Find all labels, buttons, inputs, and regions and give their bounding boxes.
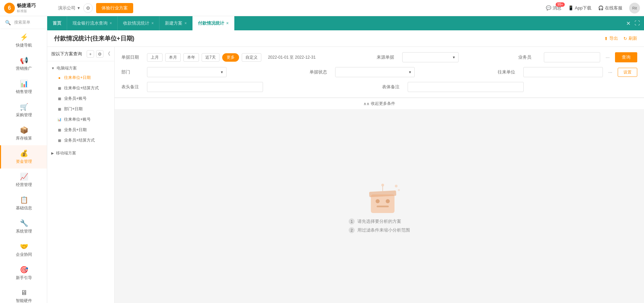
scheme-add-btn[interactable]: + bbox=[87, 50, 94, 58]
empty-hint-2: 2 用过滤条件来缩小分析范围 bbox=[349, 227, 410, 233]
sidebar-item-quick-nav[interactable]: ⚡ 快捷导航 bbox=[0, 29, 47, 52]
message-icon: 💬 bbox=[546, 5, 551, 10]
hint-2-num: 2 bbox=[349, 227, 355, 233]
refresh-button[interactable]: ↻ 刷新 bbox=[623, 35, 637, 41]
svg-point-6 bbox=[398, 189, 400, 191]
tab-payment-stats[interactable]: 付款情况统计 × bbox=[193, 16, 234, 30]
marketing-icon: 📢 bbox=[20, 56, 28, 64]
desktop-group-label: 电脑端方案 bbox=[57, 65, 77, 71]
date-btn-this-year[interactable]: 本年 bbox=[183, 53, 199, 62]
tab-payment-stats-close[interactable]: × bbox=[226, 21, 229, 26]
online-service-item[interactable]: 🎧 在线客服 bbox=[598, 5, 622, 11]
hardware-icon: 🖥 bbox=[21, 289, 27, 297]
scheme-settings-btn[interactable]: ⚙ bbox=[96, 50, 104, 58]
source-chevron bbox=[453, 55, 455, 60]
partner-settle-icon: ▦ bbox=[57, 86, 62, 91]
dept-date-label: 部门+日期 bbox=[64, 106, 83, 112]
scheme-collapse-btn[interactable]: 《 bbox=[106, 51, 110, 57]
marketing-label: 营销推广 bbox=[16, 66, 32, 71]
sidebar-item-marketing[interactable]: 📢 营销推广 bbox=[0, 52, 47, 75]
partner-dots[interactable]: ··· bbox=[608, 69, 612, 75]
date-btn-this-month[interactable]: 本月 bbox=[165, 53, 181, 62]
tab-expand-btn[interactable]: ⛶ bbox=[635, 20, 640, 26]
basic-info-icon: 📋 bbox=[20, 196, 28, 204]
sidebar-item-finance[interactable]: 💰 资金管理 bbox=[0, 145, 47, 169]
staff-settle-icon: ▦ bbox=[57, 138, 62, 143]
sidebar-item-basic-info[interactable]: 📋 基础信息 bbox=[0, 192, 47, 215]
company-selector[interactable]: 演示公司 bbox=[58, 5, 80, 11]
query-button[interactable]: 查询 bbox=[615, 52, 637, 62]
tab-receipt-stats-close[interactable]: × bbox=[151, 21, 154, 26]
tab-bank-flow-close[interactable]: × bbox=[110, 21, 112, 26]
svg-point-7 bbox=[394, 191, 396, 193]
date-range-display: 2022-01-01 至 2022-12-31 bbox=[268, 55, 317, 60]
search-label: 搜索菜单 bbox=[14, 20, 30, 25]
tab-home[interactable]: 首页 bbox=[47, 16, 67, 30]
tab-new-scheme[interactable]: 新建方案 × bbox=[159, 16, 193, 30]
tab-bar-right: ✕ ⛶ bbox=[626, 16, 644, 30]
mobile-group-arrow: ▶ bbox=[51, 151, 54, 155]
date-btn-custom[interactable]: 自定义 bbox=[242, 53, 261, 62]
scheme-group-mobile[interactable]: ▶ 移动端方案 bbox=[47, 148, 114, 158]
source-label: 来源单据 bbox=[377, 54, 397, 60]
scheme-item-staff-account[interactable]: ▦ 业务员+账号 bbox=[47, 93, 114, 104]
app-download-item[interactable]: 📱 App下载 bbox=[568, 5, 591, 11]
sidebar-item-enterprise[interactable]: 🤝 企业协同 bbox=[0, 238, 47, 262]
sidebar-search[interactable]: 🔍 搜索菜单 bbox=[0, 16, 47, 29]
date-btn-last-7[interactable]: 近7天 bbox=[202, 53, 219, 62]
user-avatar[interactable]: Rit bbox=[629, 3, 640, 13]
scheme-item-staff-date[interactable]: ▦ 业务员+日期 bbox=[47, 125, 114, 135]
app-subtitle: 标准版 bbox=[17, 9, 36, 13]
collapse-label: 收起更多条件 bbox=[371, 101, 395, 107]
sidebar-item-guide[interactable]: 🎯 新手引导 bbox=[0, 262, 47, 285]
tab-close-all-btn[interactable]: ✕ bbox=[626, 20, 631, 27]
filter-row-2: 部门 单据状态 往来单位 bbox=[121, 67, 637, 77]
settings-button[interactable]: ⚙ bbox=[83, 3, 93, 13]
staff-dots[interactable]: ··· bbox=[606, 55, 610, 60]
sidebar-item-inventory[interactable]: 📦 库存核算 bbox=[0, 122, 47, 145]
scheme-item-partner-account[interactable]: 📊 往来单位+账号 bbox=[47, 114, 114, 125]
svg-rect-4 bbox=[377, 206, 389, 207]
scheme-item-partner-date[interactable]: ● 往来单位+日期 bbox=[47, 72, 114, 83]
date-btn-last-month[interactable]: 上月 bbox=[147, 53, 163, 62]
sidebar-item-system[interactable]: 🔧 系统管理 bbox=[0, 215, 47, 238]
table-head-note-input[interactable] bbox=[147, 82, 263, 92]
table-body-note-input[interactable] bbox=[408, 82, 524, 92]
date-btn-more[interactable]: 更多 bbox=[222, 53, 239, 62]
purchase-label: 采购管理 bbox=[16, 112, 32, 118]
search-icon: 🔍 bbox=[5, 20, 11, 25]
settings-button-filter[interactable]: 设置 bbox=[618, 68, 637, 77]
sidebar-item-purchase[interactable]: 🛒 采购管理 bbox=[0, 99, 47, 122]
tab-bank-flow[interactable]: 现金银行流水查询 × bbox=[67, 16, 118, 30]
sales-label: 销售管理 bbox=[16, 89, 32, 95]
doc-status-chevron bbox=[409, 70, 411, 74]
doc-status-select[interactable] bbox=[335, 67, 415, 77]
logo-icon: 6 bbox=[4, 3, 15, 13]
scheme-item-staff-settle[interactable]: ▦ 业务员+结算方式 bbox=[47, 135, 114, 146]
partner-date-label: 往来单位+日期 bbox=[64, 75, 91, 81]
sidebar-item-hardware[interactable]: 🖥 智能硬件 bbox=[0, 285, 47, 303]
source-select[interactable] bbox=[402, 52, 459, 62]
scheme-group-desktop-title[interactable]: ▼ 电脑端方案 bbox=[47, 64, 114, 72]
dept-date-icon: ▦ bbox=[57, 107, 62, 112]
tab-bar: 首页 现金银行流水查询 × 收款情况统计 × 新建方案 × 付款情况统计 × ✕… bbox=[47, 16, 644, 30]
staff-select[interactable] bbox=[544, 52, 600, 62]
tab-receipt-stats[interactable]: 收款情况统计 × bbox=[118, 16, 159, 30]
sidebar-item-sales[interactable]: 📊 销售管理 bbox=[0, 75, 47, 99]
scheme-item-dept-date[interactable]: ▦ 部门+日期 bbox=[47, 104, 114, 114]
header-middle: 演示公司 ⚙ 体验行业方案 bbox=[51, 3, 546, 13]
partner-select[interactable] bbox=[523, 67, 603, 77]
collapse-bar[interactable]: ∧∧ 收起更多条件 bbox=[115, 98, 644, 109]
sidebar-item-operation[interactable]: 📈 经营管理 bbox=[0, 169, 47, 192]
scheme-item-partner-settle[interactable]: ▦ 往来单位+结算方式 bbox=[47, 83, 114, 93]
finance-label: 资金管理 bbox=[16, 159, 32, 164]
page-actions: ⬆ 导出 ↻ 刷新 bbox=[604, 35, 637, 41]
export-button[interactable]: ⬆ 导出 bbox=[604, 35, 618, 41]
tab-new-scheme-close[interactable]: × bbox=[184, 21, 187, 26]
tab-bank-flow-label: 现金银行流水查询 bbox=[72, 20, 108, 26]
notification-item[interactable]: 💬 消息 99+ bbox=[546, 5, 561, 11]
dept-select[interactable] bbox=[147, 67, 227, 77]
trial-button[interactable]: 体验行业方案 bbox=[96, 3, 133, 13]
app-name: 畅捷通巧 bbox=[17, 3, 36, 9]
service-icon: 🎧 bbox=[598, 5, 604, 10]
